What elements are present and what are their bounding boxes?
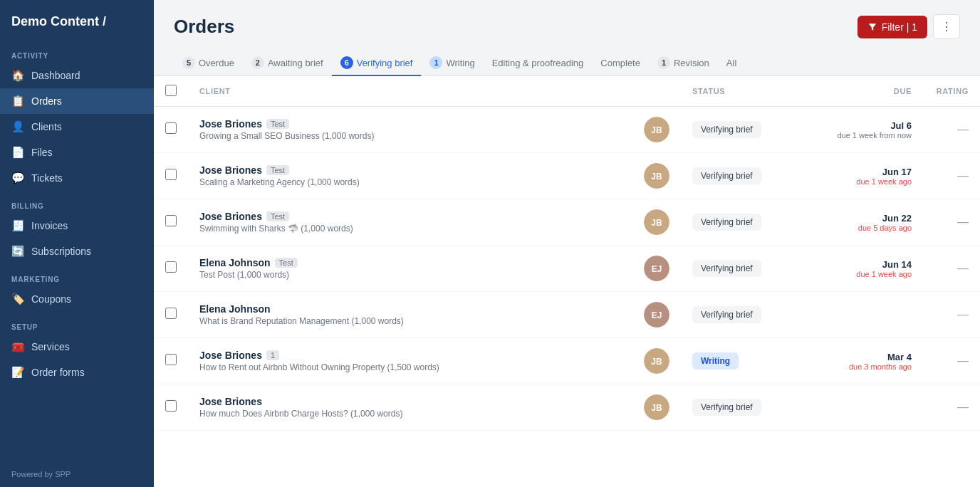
status-badge: Verifying brief bbox=[692, 399, 761, 416]
due-column-header: DUE bbox=[809, 76, 923, 107]
activity-section-label: ACTIVITY bbox=[0, 41, 154, 63]
client-cell[interactable]: Jose BrionesTestSwimming with Sharks 🦈 (… bbox=[188, 199, 632, 246]
tab-badge-revision: 1 bbox=[657, 56, 670, 69]
tab-label-overdue: Overdue bbox=[199, 58, 234, 68]
row-checkbox-cell-5 bbox=[154, 338, 188, 384]
status-cell: Writing bbox=[681, 338, 809, 384]
client-cell[interactable]: Jose BrionesTestGrowing a Small SEO Busi… bbox=[188, 107, 632, 153]
tab-awaiting-brief[interactable]: 2 Awaiting brief bbox=[243, 51, 332, 76]
row-checkbox-4[interactable] bbox=[165, 308, 177, 319]
client-name: Jose BrionesTest bbox=[199, 164, 621, 176]
row-checkbox-3[interactable] bbox=[165, 261, 177, 273]
clients-icon: 👤 bbox=[11, 120, 24, 133]
sidebar-item-dashboard[interactable]: 🏠 Dashboard bbox=[0, 63, 154, 88]
due-cell bbox=[809, 292, 923, 338]
sidebar-item-services[interactable]: 🧰 Services bbox=[0, 334, 154, 360]
status-cell: Verifying brief bbox=[681, 153, 809, 199]
tab-label-writing: Writing bbox=[446, 58, 474, 68]
tab-all[interactable]: All bbox=[718, 52, 745, 75]
more-options-button[interactable]: ⋮ bbox=[933, 14, 960, 39]
client-cell[interactable]: Jose BrionesHow much Does Airbnb Charge … bbox=[188, 384, 632, 431]
tab-overdue[interactable]: 5 Overdue bbox=[174, 51, 243, 76]
tab-label-complete: Complete bbox=[600, 58, 640, 68]
sidebar-item-label: Order forms bbox=[31, 367, 85, 378]
client-tag: Test bbox=[266, 165, 289, 175]
order-tabs: 5 Overdue 2 Awaiting brief 6 Verifying b… bbox=[154, 39, 980, 76]
client-tag: 1 bbox=[266, 350, 279, 360]
row-checkbox-2[interactable] bbox=[165, 215, 177, 226]
order-title: What is Brand Reputation Management (1,0… bbox=[199, 316, 621, 326]
avatar-cell: JB bbox=[632, 199, 681, 246]
tickets-icon: 💬 bbox=[11, 172, 24, 184]
tab-editing[interactable]: Editing & proofreading bbox=[484, 52, 593, 75]
filter-icon bbox=[867, 22, 877, 32]
client-cell[interactable]: Elena JohnsonWhat is Brand Reputation Ma… bbox=[188, 292, 632, 338]
orders-table: CLIENT STATUS DUE RATING Jose BrionesTes… bbox=[154, 76, 980, 431]
row-checkbox-cell-4 bbox=[154, 292, 188, 338]
tab-verifying-brief[interactable]: 6 Verifying brief bbox=[332, 51, 422, 76]
sidebar-item-invoices[interactable]: 🧾 Invoices bbox=[0, 213, 154, 239]
sidebar-item-label: Files bbox=[31, 147, 53, 158]
marketing-section-label: MARKETING bbox=[0, 264, 154, 286]
due-sub: due 1 week ago bbox=[820, 270, 912, 278]
sidebar-item-clients[interactable]: 👤 Clients bbox=[0, 114, 154, 140]
row-checkbox-5[interactable] bbox=[165, 354, 177, 365]
client-cell[interactable]: Jose BrionesTestScaling a Marketing Agen… bbox=[188, 153, 632, 199]
page-title: Orders bbox=[174, 16, 234, 38]
status-cell: Verifying brief bbox=[681, 107, 809, 153]
avatar-cell: JB bbox=[632, 107, 681, 153]
avatar-column-header bbox=[632, 76, 681, 107]
svg-text:JB: JB bbox=[651, 403, 662, 413]
row-checkbox-0[interactable] bbox=[165, 122, 177, 134]
tab-complete[interactable]: Complete bbox=[592, 52, 649, 75]
due-date: Jun 14 bbox=[820, 259, 912, 270]
due-sub: due 1 week ago bbox=[820, 177, 912, 186]
due-cell: Jun 22due 5 days ago bbox=[809, 199, 923, 246]
sidebar-item-order-forms[interactable]: 📝 Order forms bbox=[0, 360, 154, 385]
sidebar-item-label: Services bbox=[31, 341, 70, 352]
sidebar-item-files[interactable]: 📄 Files bbox=[0, 140, 154, 165]
order-title: How much Does Airbnb Charge Hosts? (1,00… bbox=[199, 409, 621, 419]
client-cell[interactable]: Elena JohnsonTestTest Post (1,000 words) bbox=[188, 246, 632, 292]
rating-cell: — bbox=[923, 246, 980, 292]
select-all-checkbox[interactable] bbox=[165, 85, 177, 96]
orders-icon: 📋 bbox=[11, 95, 24, 108]
client-tag: Test bbox=[266, 211, 289, 221]
client-name: Jose Briones1 bbox=[199, 350, 621, 361]
sidebar-item-tickets[interactable]: 💬 Tickets bbox=[0, 165, 154, 191]
tab-revision[interactable]: 1 Revision bbox=[649, 51, 718, 76]
sidebar-footer: Powered by SPP bbox=[0, 461, 154, 487]
avatar: JB bbox=[644, 394, 669, 420]
filter-button[interactable]: Filter | 1 bbox=[858, 16, 927, 38]
row-checkbox-6[interactable] bbox=[165, 400, 177, 412]
rating-column-header: RATING bbox=[923, 76, 980, 107]
due-date: Jun 22 bbox=[820, 213, 912, 224]
orders-table-container: CLIENT STATUS DUE RATING Jose BrionesTes… bbox=[154, 76, 980, 487]
tab-label-awaiting: Awaiting brief bbox=[268, 58, 323, 68]
sidebar-item-subscriptions[interactable]: 🔄 Subscriptions bbox=[0, 239, 154, 264]
client-column-header: CLIENT bbox=[188, 76, 632, 107]
tab-label-revision: Revision bbox=[674, 58, 709, 68]
svg-text:EJ: EJ bbox=[652, 310, 662, 320]
tab-writing[interactable]: 1 Writing bbox=[421, 51, 483, 76]
status-cell: Verifying brief bbox=[681, 292, 809, 338]
table-row: Jose Briones1How to Rent out Airbnb With… bbox=[154, 338, 980, 384]
client-name: Elena Johnson bbox=[199, 303, 621, 315]
sidebar-item-orders[interactable]: 📋 Orders bbox=[0, 88, 154, 114]
select-all-header[interactable] bbox=[154, 76, 188, 107]
sidebar-item-label: Subscriptions bbox=[31, 246, 91, 257]
orders-tbody: Jose BrionesTestGrowing a Small SEO Busi… bbox=[154, 107, 980, 431]
svg-text:JB: JB bbox=[651, 125, 662, 135]
status-badge: Verifying brief bbox=[692, 167, 761, 184]
row-checkbox-cell-6 bbox=[154, 384, 188, 431]
rating-cell: — bbox=[923, 338, 980, 384]
svg-text:JB: JB bbox=[651, 172, 662, 182]
avatar-cell: JB bbox=[632, 384, 681, 431]
more-icon: ⋮ bbox=[941, 21, 952, 33]
row-checkbox-1[interactable] bbox=[165, 169, 177, 180]
avatar-cell: EJ bbox=[632, 246, 681, 292]
sidebar-item-coupons[interactable]: 🏷️ Coupons bbox=[0, 286, 154, 312]
client-cell[interactable]: Jose Briones1How to Rent out Airbnb With… bbox=[188, 338, 632, 384]
app-logo[interactable]: Demo Content / bbox=[0, 0, 154, 41]
sidebar-item-label: Orders bbox=[31, 95, 62, 107]
